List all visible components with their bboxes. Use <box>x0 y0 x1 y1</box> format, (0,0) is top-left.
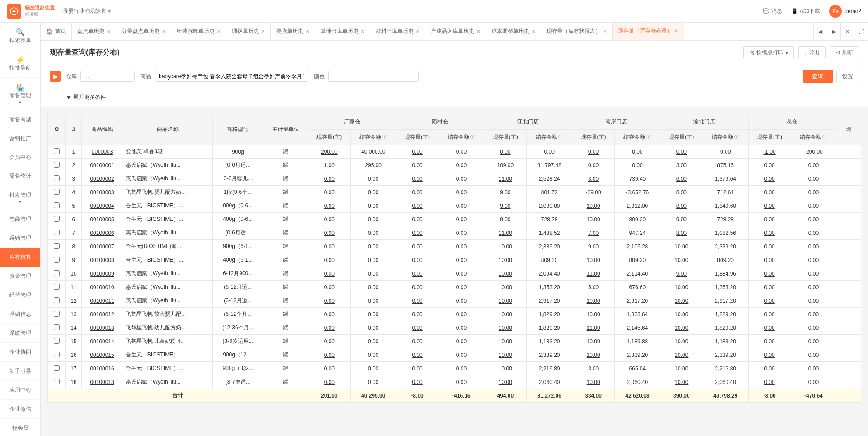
row-mc-qty[interactable]: 0.00 <box>396 172 439 186</box>
row-cj-qty[interactable]: 0.00 <box>308 335 350 348</box>
row-jb-qty[interactable]: 10.00 <box>484 281 527 294</box>
row-na-qty[interactable]: 10.00 <box>572 335 615 348</box>
tab-next-btn[interactable]: ▶ <box>827 23 841 41</box>
row-check-6[interactable] <box>54 230 60 235</box>
tab-disassemble[interactable]: 组装拆卸单历史 ✕ <box>171 23 226 41</box>
row-code[interactable]: 00100004 <box>82 199 123 213</box>
row-jb-qty[interactable]: 109.00 <box>484 159 527 172</box>
row-total-qty[interactable]: 0.00 <box>748 172 791 186</box>
row-na-qty[interactable]: 10.00 <box>572 348 615 362</box>
row-check-1[interactable] <box>54 162 60 168</box>
row-jb-qty[interactable]: 11.00 <box>484 172 527 186</box>
row-cj-qty[interactable]: 0.00 <box>308 362 350 375</box>
jb-amt-info-icon[interactable]: ⓘ <box>558 134 563 140</box>
row-na-qty[interactable]: 0.00 <box>572 159 615 172</box>
tab-close-other-out[interactable]: ✕ <box>361 29 364 34</box>
row-total-qty[interactable]: 0.00 <box>748 159 791 172</box>
row-na-qty[interactable]: 7.00 <box>572 226 615 240</box>
row-cj-qty[interactable]: 0.00 <box>308 321 350 335</box>
row-checkbox[interactable] <box>48 226 66 240</box>
goods-input[interactable] <box>155 71 308 82</box>
row-na-qty[interactable]: 11.00 <box>572 321 615 335</box>
row-cj-qty[interactable]: 0.00 <box>308 308 350 321</box>
sidebar-item-finance[interactable]: 资金管理 <box>0 267 40 286</box>
warehouse-input[interactable] <box>80 71 135 82</box>
sidebar-item-retail[interactable]: 🏪 零售管理 ▲ <box>0 78 40 110</box>
row-yb-qty[interactable]: 10.00 <box>660 240 703 253</box>
row-cj-qty[interactable]: 1.00 <box>308 159 350 172</box>
row-jb-qty[interactable]: 9.00 <box>484 199 527 213</box>
tab-close-product-in[interactable]: ✕ <box>476 29 480 34</box>
row-yb-qty[interactable]: 9.00 <box>660 213 703 226</box>
row-total-qty[interactable]: 0.00 <box>748 321 791 335</box>
row-cj-qty[interactable]: 0.00 <box>308 253 350 267</box>
row-na-qty[interactable]: 10.00 <box>572 253 615 267</box>
row-jb-qty[interactable]: 9.00 <box>484 213 527 226</box>
row-yb-qty[interactable]: 10.00 <box>660 253 703 267</box>
sidebar-item-enterprise[interactable]: 企业协同 <box>0 343 40 362</box>
row-checkbox[interactable] <box>48 348 66 362</box>
search-expand-btn[interactable]: ▶ <box>50 71 61 82</box>
tab-close-purchase[interactable]: ✕ <box>306 29 309 34</box>
tab-transfer[interactable]: 调拨单历史 ✕ <box>226 23 271 41</box>
row-cj-qty[interactable]: 0.00 <box>308 281 350 294</box>
settings-icon[interactable]: ⚙ <box>53 126 60 133</box>
row-yb-qty[interactable]: 10.00 <box>660 335 703 348</box>
row-total-qty[interactable]: 0.00 <box>748 226 791 240</box>
tab-close-cost[interactable]: ✕ <box>532 29 535 34</box>
row-na-qty[interactable]: 10.00 <box>572 294 615 308</box>
sidebar-item-vip[interactable]: 畅会员 <box>0 419 40 436</box>
search-btn[interactable]: 查询 <box>803 70 833 83</box>
row-checkbox[interactable] <box>48 199 66 213</box>
row-yb-qty[interactable]: 8.00 <box>660 186 703 199</box>
row-checkbox[interactable] <box>48 159 66 172</box>
row-check-7[interactable] <box>54 243 60 249</box>
row-yb-qty[interactable]: 10.00 <box>660 308 703 321</box>
row-cj-qty[interactable]: 0.00 <box>308 199 350 213</box>
row-check-11[interactable] <box>54 297 60 303</box>
row-code[interactable]: 00100001 <box>82 159 123 172</box>
row-jb-qty[interactable]: 10.00 <box>484 240 527 253</box>
row-jb-qty[interactable]: 10.00 <box>484 253 527 267</box>
row-code[interactable]: 00100014 <box>82 335 123 348</box>
tab-current-status[interactable]: 现存量（库存状况表） ✕ <box>541 23 613 41</box>
sidebar-item-search[interactable]: 🔍 搜索英单 <box>0 23 40 50</box>
row-check-14[interactable] <box>54 338 60 344</box>
row-check-9[interactable] <box>54 270 60 276</box>
row-code[interactable]: 00100009 <box>82 267 123 281</box>
row-checkbox[interactable] <box>48 253 66 267</box>
row-mc-qty[interactable]: 0.00 <box>396 281 439 294</box>
row-checkbox[interactable] <box>48 186 66 199</box>
row-check-3[interactable] <box>54 189 60 195</box>
row-checkbox[interactable] <box>48 172 66 186</box>
row-mc-qty[interactable]: 0.00 <box>396 199 439 213</box>
row-checkbox[interactable] <box>48 362 66 375</box>
tab-close-stock-single[interactable]: ✕ <box>107 29 110 34</box>
row-yb-qty[interactable]: 10.00 <box>660 321 703 335</box>
sidebar-item-guide[interactable]: 新手引导 <box>0 362 40 381</box>
cj-amt-info-icon[interactable]: ⓘ <box>382 134 387 140</box>
row-na-qty[interactable]: 10.00 <box>572 199 615 213</box>
row-mc-qty[interactable]: 0.00 <box>396 321 439 335</box>
row-checkbox[interactable] <box>48 294 66 308</box>
row-jb-qty[interactable]: 10.00 <box>484 348 527 362</box>
color-input[interactable] <box>328 71 419 82</box>
row-cj-qty[interactable]: 0.00 <box>308 348 350 362</box>
row-check-16[interactable] <box>54 365 60 371</box>
row-jb-qty[interactable]: 10.00 <box>484 267 527 281</box>
sidebar-item-appstore[interactable]: 应用中心 <box>0 381 40 400</box>
row-cj-qty[interactable]: 0.00 <box>308 375 350 389</box>
row-check-8[interactable] <box>54 257 60 263</box>
sidebar-item-basic[interactable]: 基础信息 <box>0 305 40 324</box>
row-checkbox[interactable] <box>48 240 66 253</box>
row-total-qty[interactable]: 0.00 <box>748 199 791 213</box>
refresh-btn[interactable]: ↺ 刷新 <box>830 46 859 59</box>
row-checkbox[interactable] <box>48 281 66 294</box>
row-cj-qty[interactable]: 0.00 <box>308 240 350 253</box>
row-mc-qty[interactable]: 0.00 <box>396 226 439 240</box>
tab-product-in[interactable]: 产成品入库单历史 ✕ <box>425 23 486 41</box>
row-mc-qty[interactable]: 0.00 <box>396 308 439 321</box>
row-jb-qty[interactable]: 10.00 <box>484 308 527 321</box>
sidebar-item-wholesale[interactable]: 批发管理 ▾ <box>0 186 40 210</box>
row-code[interactable]: 00100018 <box>82 375 123 389</box>
